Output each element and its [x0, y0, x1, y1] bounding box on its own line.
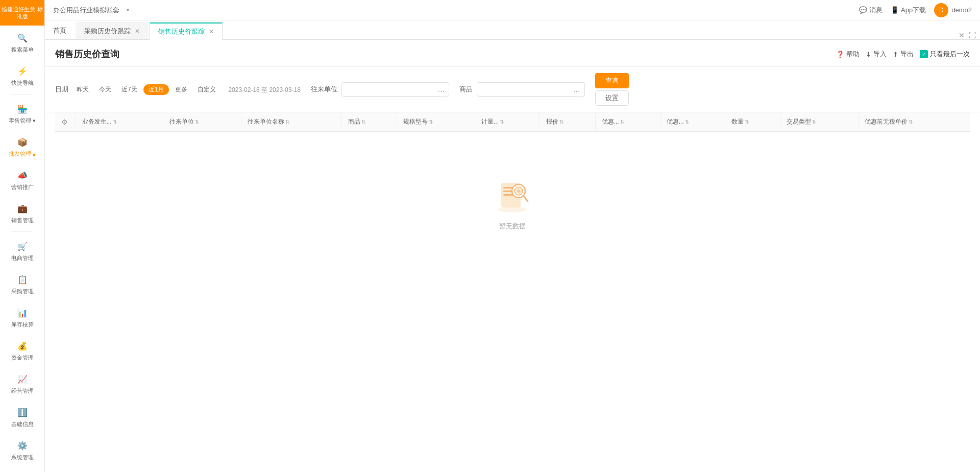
content-area: 销售历史价查询 ❓ 帮助 ⬇ 导入 ⬆ 导出 ✓ 只看最后一次 — [45, 40, 980, 472]
product-input[interactable] — [481, 86, 573, 93]
sidebar-icon-purchase-mgmt: 📋 — [15, 272, 30, 287]
logo-text: 畅捷通好生意 标准版 — [0, 6, 45, 20]
dropdown-arrow-icon[interactable]: ▾ — [127, 7, 129, 13]
sidebar-icon-operations: 📈 — [15, 372, 30, 386]
date-option-今天[interactable]: 今天 — [95, 84, 115, 95]
sort-icon: ⇅ — [500, 119, 504, 125]
tab-home[interactable]: 首页 — [45, 22, 75, 39]
topbar-title: 办公用品行业模拟账套 — [53, 6, 119, 15]
sort-icon: ⇅ — [909, 119, 913, 125]
table-header-biz_date[interactable]: 业务发生...⇅ — [76, 112, 163, 132]
table-header-unit[interactable]: 计量...⇅ — [475, 112, 540, 132]
sidebar-icon-retail-mgmt: 🏪 — [15, 102, 30, 116]
sidebar-label-finance: 资金管理 — [11, 354, 34, 362]
sidebar-item-sales-mgmt[interactable]: 💼 销售管理 — [7, 196, 38, 229]
message-button[interactable]: 💬 消息 — [859, 6, 883, 15]
date-option-近7天[interactable]: 近7天 — [117, 84, 141, 95]
tab-sales-history[interactable]: 销售历史价跟踪 ✕ — [150, 22, 223, 40]
user-profile[interactable]: D demo2 — [934, 3, 972, 17]
date-option-自定义[interactable]: 自定义 — [193, 84, 220, 95]
sort-icon: ⇅ — [195, 119, 199, 125]
empty-state: 暂无数据 — [45, 132, 980, 272]
table-header-quote[interactable]: 报价⇅ — [540, 112, 596, 132]
sidebar-label-marketing: 营销推广 — [11, 183, 34, 191]
table-header-discount1[interactable]: 优惠...⇅ — [595, 112, 660, 132]
partner-input-container: ... — [341, 82, 449, 97]
page-header: 销售历史价查询 ❓ 帮助 ⬇ 导入 ⬆ 导出 ✓ 只看最后一次 — [45, 40, 980, 67]
sidebar-item-wholesale-mgmt[interactable]: 📦 批发管理 ▴ — [7, 130, 38, 163]
sidebar-item-marketing[interactable]: 📣 营销推广 — [7, 163, 38, 196]
sidebar-icon-wholesale-mgmt: 📦 — [15, 135, 30, 149]
empty-illustration — [492, 173, 533, 214]
table-header-partner_code[interactable]: 往来单位⇅ — [163, 112, 241, 132]
import-button[interactable]: ⬇ 导入 — [866, 50, 887, 59]
sidebar-icon-inventory: 📊 — [15, 305, 30, 320]
tab-home-label: 首页 — [53, 26, 66, 35]
table-header-pre_tax_price[interactable]: 优惠前无税单价⇅ — [859, 112, 970, 132]
export-button[interactable]: ⬆ 导出 — [893, 50, 914, 59]
empty-icon — [492, 173, 533, 214]
table-settings-icon[interactable]: ⚙ — [61, 118, 68, 126]
help-button[interactable]: ❓ 帮助 — [836, 50, 860, 59]
maximize-window-button[interactable]: ⛶ — [969, 31, 976, 39]
table-header-qty[interactable]: 数量⇅ — [725, 112, 780, 132]
product-input-dots: ... — [573, 85, 580, 94]
sidebar-item-quick-nav[interactable]: ⚡ 快捷导航 — [7, 59, 38, 92]
only-last-checkbox[interactable]: ✓ — [920, 50, 928, 58]
app-logo: 畅捷通好生意 标准版 — [0, 0, 45, 26]
sidebar-item-sys-mgmt[interactable]: ⚙️ 系统管理 — [7, 433, 38, 466]
table-header-discount2[interactable]: 优惠...⇅ — [660, 112, 725, 132]
partner-filter: 往来单位 ... — [311, 82, 449, 97]
tab-sales-history-close[interactable]: ✕ — [209, 28, 214, 35]
product-filter-label: 商品 — [459, 85, 473, 94]
sidebar-item-search-menu[interactable]: 🔍 搜索菜单 — [7, 26, 38, 59]
sidebar-item-inventory[interactable]: 📊 库存核算 — [7, 300, 38, 334]
table-header-spec[interactable]: 规格型号⇅ — [397, 112, 475, 132]
empty-text: 暂无数据 — [499, 222, 526, 231]
query-button[interactable]: 查询 — [595, 73, 629, 88]
sidebar-item-basic-info[interactable]: ℹ️ 基础信息 — [7, 400, 38, 433]
sidebar-item-enterprise[interactable]: 🏢 企业协同 — [7, 466, 38, 472]
sidebar-icon-finance: 💰 — [15, 339, 30, 353]
table-header-settings: ⚙ — [55, 112, 76, 132]
partner-input[interactable] — [346, 86, 438, 93]
filter-bar: 日期 昨天今天近7天近1月更多自定义 2023-02-18 至 2023-03-… — [45, 67, 980, 112]
sidebar-item-finance[interactable]: 💰 资金管理 — [7, 334, 38, 367]
tab-purchase-history-label: 采购历史价跟踪 — [84, 27, 131, 36]
window-controls: ✕ ⛶ — [959, 31, 980, 39]
sidebar-item-ecommerce[interactable]: 🛒 电商管理 — [7, 234, 38, 267]
app-download-button[interactable]: 📱 App下载 — [891, 6, 926, 15]
sidebar-label-sales-mgmt: 销售管理 — [11, 217, 34, 224]
sort-icon: ⇅ — [285, 119, 289, 125]
export-label: 导出 — [900, 50, 914, 59]
tab-purchase-history[interactable]: 采购历史价跟踪 ✕ — [76, 22, 149, 39]
import-label: 导入 — [873, 50, 887, 59]
table-header-partner_name[interactable]: 往来单位名称⇅ — [241, 112, 341, 132]
product-input-container: ... — [477, 82, 584, 97]
sort-icon: ⇅ — [685, 119, 689, 125]
date-option-近1月[interactable]: 近1月 — [143, 84, 169, 95]
sidebar-item-retail-mgmt[interactable]: 🏪 零售管理 ▾ — [7, 97, 38, 130]
date-option-更多[interactable]: 更多 — [171, 84, 191, 95]
close-window-button[interactable]: ✕ — [959, 31, 965, 39]
sort-icon: ⇅ — [361, 119, 365, 125]
settings-button[interactable]: 设置 — [595, 90, 629, 106]
sidebar-label-search-menu: 搜索菜单 — [11, 46, 34, 54]
sidebar: 畅捷通好生意 标准版 🔍 搜索菜单 ⚡ 快捷导航 🏪 零售管理 ▾ 📦 批发管理… — [0, 0, 45, 472]
sidebar-icon-sales-mgmt: 💼 — [15, 201, 30, 216]
table-header-product[interactable]: 商品⇅ — [341, 112, 397, 132]
username-label: demo2 — [951, 6, 972, 14]
tab-purchase-history-close[interactable]: ✕ — [135, 28, 140, 35]
app-download-label: App下载 — [901, 6, 926, 15]
message-icon: 💬 — [859, 6, 867, 14]
only-last-checkbox-label[interactable]: ✓ 只看最后一次 — [920, 50, 970, 59]
sidebar-label-ecommerce: 电商管理 — [11, 254, 34, 262]
sidebar-item-operations[interactable]: 📈 经营管理 — [7, 367, 38, 400]
sidebar-label-inventory: 库存核算 — [11, 321, 34, 328]
sidebar-icon-quick-nav: ⚡ — [15, 64, 30, 78]
table-header-trade_type[interactable]: 交易类型⇅ — [780, 112, 859, 132]
page-title: 销售历史价查询 — [55, 48, 119, 60]
svg-point-8 — [517, 190, 520, 193]
sidebar-item-purchase-mgmt[interactable]: 📋 采购管理 — [7, 267, 38, 300]
date-option-昨天[interactable]: 昨天 — [72, 84, 93, 95]
